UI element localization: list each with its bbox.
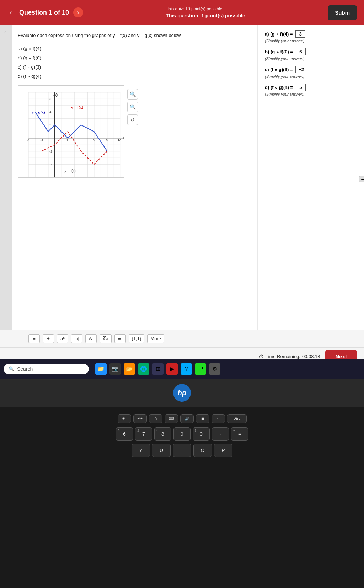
answer-a-value[interactable]: 3 — [295, 30, 305, 38]
question-points: This question: 1 point(s) possible — [166, 12, 245, 20]
key-delete[interactable]: DEL — [227, 414, 247, 423]
back-arrow-icon[interactable]: ← — [3, 28, 10, 36]
math-btn-more[interactable]: More — [147, 334, 164, 343]
svg-text:-4: -4 — [27, 138, 30, 142]
svg-text:8: 8 — [106, 138, 108, 142]
math-btn-sqrt[interactable]: √a — [85, 334, 97, 343]
key-p[interactable]: P — [214, 444, 232, 457]
keyboard-row-fn: ☀- ☀+ ⎙ ⌨ 🔊 ⏹ ○ DEL — [11, 414, 353, 423]
left-sidebar: ← — [0, 25, 12, 330]
svg-text:6: 6 — [93, 138, 95, 142]
header-bar: ‹ Question 1 of 10 › This quiz: 10 point… — [0, 0, 364, 25]
keyboard-area: ☀- ☀+ ⎙ ⌨ 🔊 ⏹ ○ DEL ^ 6 & 7 * 8 ( 9 ) 0 — [0, 407, 364, 588]
key-fn-brightness-up[interactable]: ☀+ — [133, 414, 147, 423]
math-btn-frac[interactable]: ≡ — [28, 334, 40, 343]
timer-label: Time Remaining: — [266, 354, 300, 359]
key-equals[interactable]: + = — [231, 427, 248, 441]
timer-value: 00:08:13 — [302, 354, 320, 359]
submit-button[interactable]: Subm — [328, 5, 357, 20]
svg-text:y: y — [56, 91, 59, 96]
svg-marker-3 — [123, 137, 124, 139]
math-btn-dot[interactable]: ≡. — [114, 334, 126, 343]
math-btn-pm[interactable]: ± — [43, 334, 54, 343]
answer-b: b) (g ∘ f)(0) = 6 (Simplify your answer.… — [265, 48, 357, 61]
taskbar-icon-files[interactable]: 📁 — [95, 363, 107, 375]
answer-d-simplify: (Simplify your answer.) — [265, 92, 357, 96]
svg-text:y = f(x): y = f(x) — [65, 169, 76, 173]
key-8[interactable]: * 8 — [154, 427, 171, 441]
svg-text:4: 4 — [49, 110, 51, 114]
zoom-in-button[interactable]: 🔍 — [127, 89, 138, 100]
sub-question-a: a) (g ∘ f)(4) — [18, 44, 252, 53]
question-content: Evaluate each expression using the graph… — [12, 25, 257, 330]
math-btn-abs[interactable]: |a| — [71, 334, 82, 343]
graph-tools: 🔍 🔍 ↺ — [127, 89, 138, 125]
taskbar-icon-camera[interactable]: 📷 — [109, 363, 121, 375]
key-fn-brightness-down[interactable]: ☀- — [118, 414, 131, 423]
taskbar-icons: 📁 📷 📂 🌐 ⊞ ▶ ? 🛡 ⚙ — [95, 363, 220, 375]
taskbar-icon-folder[interactable]: 📂 — [124, 363, 135, 375]
search-placeholder: Search — [17, 366, 33, 372]
keyboard-row-numbers: ^ 6 & 7 * 8 ( 9 ) 0 _ - + = — [11, 427, 353, 441]
keyboard-row-qwerty-bottom: Y U I O P — [11, 444, 353, 457]
prev-question-button[interactable]: ‹ — [7, 7, 15, 18]
key-fn-f6[interactable]: ⏹ — [196, 414, 209, 423]
sub-questions: a) (g ∘ f)(4) b) (g ∘ f)(0) c) (f ∘ g)(3… — [18, 44, 252, 81]
answers-panel: a) (g ∘ f)(4) = 3 (Simplify your answer.… — [257, 25, 364, 330]
question-nav: ‹ Question 1 of 10 › — [7, 7, 83, 18]
sub-question-b: b) (g ∘ f)(0) — [18, 53, 252, 63]
key-7[interactable]: & 7 — [135, 427, 152, 441]
next-question-arrow[interactable]: › — [73, 7, 83, 17]
answer-b-simplify: (Simplify your answer.) — [265, 57, 357, 61]
key-y[interactable]: Y — [132, 444, 150, 457]
svg-text:y = f(x): y = f(x) — [71, 105, 83, 109]
taskbar-icon-apps[interactable]: ⊞ — [152, 363, 164, 375]
key-o[interactable]: O — [193, 444, 212, 457]
math-btn-tuple[interactable]: (1,1) — [129, 334, 145, 343]
key-fn-f3[interactable]: ⎙ — [149, 414, 162, 423]
taskbar-icon-help[interactable]: ? — [181, 363, 192, 375]
taskbar-icon-security[interactable]: 🛡 — [195, 363, 206, 375]
function-graph: x y -4 -2 2 6 8 10 6 4 2 -2 -4 y = f(x) — [18, 85, 124, 178]
answer-c-label: c) (f ∘ g)(3) = −2 — [265, 66, 357, 73]
question-title: Question 1 of 10 — [19, 9, 69, 16]
pan-button[interactable]: ↺ — [127, 114, 138, 125]
answer-d: d) (f ∘ g)(4) = 5 (Simplify your answer.… — [265, 84, 357, 96]
answer-a: a) (g ∘ f)(4) = 3 (Simplify your answer.… — [265, 30, 357, 43]
svg-text:2: 2 — [66, 138, 68, 142]
answer-d-label: d) (f ∘ g)(4) = 5 — [265, 84, 357, 91]
quiz-points: This quiz: 10 point(s) possible — [166, 6, 245, 12]
key-6[interactable]: ^ 6 — [116, 427, 133, 441]
answer-a-simplify: (Simplify your answer.) — [265, 39, 357, 43]
taskbar-icon-app1[interactable]: ▶ — [166, 363, 178, 375]
main-content: ← Evaluate each expression using the gra… — [0, 25, 364, 330]
key-0[interactable]: ) 0 — [193, 427, 210, 441]
key-fn-f7[interactable]: ○ — [212, 414, 225, 423]
svg-text:-2: -2 — [40, 138, 43, 142]
zoom-out-button[interactable]: 🔍 — [127, 102, 138, 112]
key-minus[interactable]: _ - — [212, 427, 229, 441]
key-fn-f4[interactable]: ⌨ — [165, 414, 178, 423]
answer-a-label: a) (g ∘ f)(4) = 3 — [265, 30, 357, 38]
math-btn-cbrt[interactable]: ∛a — [100, 334, 111, 343]
taskbar-icon-browser[interactable]: 🌐 — [138, 363, 149, 375]
timer-display: ⏱ Time Remaining: 00:08:13 — [259, 354, 320, 359]
answer-c-value[interactable]: −2 — [295, 66, 307, 73]
svg-text:2: 2 — [49, 123, 51, 127]
screen: ‹ Question 1 of 10 › This quiz: 10 point… — [0, 0, 364, 359]
graph-wrapper: x y -4 -2 2 6 8 10 6 4 2 -2 -4 y = f(x) — [18, 85, 252, 178]
svg-text:-2: -2 — [49, 149, 52, 153]
key-9[interactable]: ( 9 — [173, 427, 191, 441]
key-fn-f5[interactable]: 🔊 — [180, 414, 194, 423]
answer-b-value[interactable]: 6 — [296, 48, 306, 55]
search-bar[interactable]: 🔍 Search — [4, 364, 89, 374]
answer-d-value[interactable]: 5 — [296, 84, 306, 91]
timer-icon: ⏱ — [259, 354, 264, 359]
key-u[interactable]: U — [152, 444, 171, 457]
answer-c-simplify: (Simplify your answer.) — [265, 74, 357, 79]
math-btn-exp[interactable]: aⁿ — [57, 334, 68, 343]
key-i[interactable]: I — [173, 444, 191, 457]
svg-text:-4: -4 — [49, 162, 52, 166]
taskbar-icon-settings[interactable]: ⚙ — [209, 363, 220, 375]
hp-logo: hp — [173, 384, 191, 402]
